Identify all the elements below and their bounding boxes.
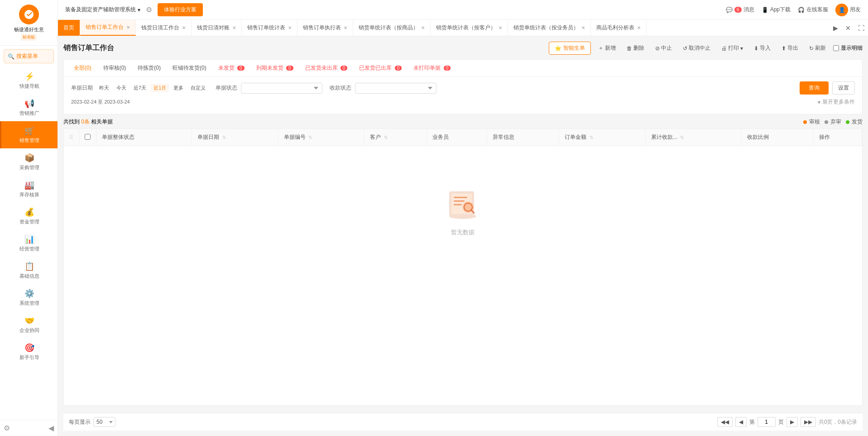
date-more[interactable]: 更多 [171, 84, 186, 92]
tab-goods-stats-customer[interactable]: 销货单统计表（按客户） ✕ [431, 20, 508, 36]
show-detail-checkbox[interactable]: 显示明细 [833, 44, 863, 52]
cancel-review-dot [825, 120, 828, 124]
cancel-review-button[interactable]: 弃审 [825, 118, 841, 126]
settings-button[interactable]: 设置 [832, 81, 855, 95]
stop-button[interactable]: ⊘ 中止 [652, 42, 676, 54]
tab-close-icon[interactable]: ✕ [637, 25, 641, 30]
date-header[interactable]: 单据日期 ⇅ [192, 129, 278, 146]
payment-select[interactable] [355, 83, 436, 94]
tab-sales-stats[interactable]: 销售订单统计表 ✕ [242, 20, 297, 36]
amount-header[interactable]: 订单金额 ⇅ [559, 129, 645, 146]
prev-page-button[interactable]: ◀ [735, 417, 747, 427]
ship-button[interactable]: 发货 [846, 118, 863, 126]
tab-close-icon[interactable]: ✕ [421, 25, 425, 30]
tab-goods-margin[interactable]: 商品毛利分析表 ✕ [591, 20, 647, 36]
query-button[interactable]: 查询 [800, 81, 829, 95]
date-7days[interactable]: 近7天 [131, 84, 149, 92]
status-select[interactable] [241, 83, 322, 94]
filter-tab-pending-review[interactable]: 待审核(0) [98, 62, 132, 74]
filter-tab-shipped-not-out[interactable]: 已发货未出库 0 [300, 62, 353, 74]
app-download-button[interactable]: 📱 App下载 [762, 6, 791, 14]
star-icon: ⭐ [555, 45, 561, 52]
filter-tab-all[interactable]: 全部(0) [68, 62, 97, 74]
print-button[interactable]: 🖨 打印 ▾ [718, 42, 747, 54]
select-all-checkbox[interactable] [85, 134, 91, 140]
number-header[interactable]: 单据编号 ⇅ [278, 129, 364, 146]
sidebar-item-quick-nav[interactable]: ⚡ 快捷导航 [0, 67, 58, 94]
sidebar-item-guide[interactable]: 🎯 新手引导 [0, 338, 58, 365]
tab-close-icon[interactable]: ✕ [126, 25, 130, 30]
sidebar-item-marketing[interactable]: 📢 营销推广 [0, 94, 58, 121]
search-menu-button[interactable]: 🔍 搜索菜单 [4, 49, 54, 63]
add-button[interactable]: ＋ 新增 [595, 42, 619, 54]
filter-tab-shipped-out[interactable]: 已发货已出库 0 [354, 62, 407, 74]
collected-header[interactable]: 累计收款... ⇅ [645, 129, 741, 146]
export-button[interactable]: ⬆ 导出 [778, 42, 802, 54]
delete-icon: 🗑 [627, 45, 632, 52]
result-count: 0条 [81, 118, 90, 125]
first-page-button[interactable]: ◀◀ [717, 417, 733, 427]
filter-tab-pending-check[interactable]: 待拣货(0) [132, 62, 166, 74]
tab-close-icon[interactable]: ✕ [344, 25, 347, 30]
last-page-button[interactable]: ▶▶ [801, 417, 816, 427]
filter-tab-not-printed[interactable]: 未打印单据 0 [408, 62, 456, 74]
tab-sales-exec[interactable]: 销售订单执行表 ✕ [297, 20, 353, 36]
date-custom[interactable]: 自定义 [188, 84, 208, 92]
tab-sales-workbench[interactable]: 销售订单工作台 ✕ [80, 20, 136, 36]
date-today[interactable]: 今天 [114, 84, 129, 92]
settings-footer-button[interactable]: ⚙ [4, 424, 10, 432]
review-button[interactable]: 审核 [803, 118, 820, 126]
expand-conditions-button[interactable]: ▾ 展开更多条件 [818, 98, 855, 106]
cancel-stop-button[interactable]: ↺ 取消中止 [679, 42, 714, 54]
tab-cash-daily[interactable]: 钱货日清工作台 ✕ [136, 20, 192, 36]
delete-button[interactable]: 🗑 删除 [623, 42, 648, 54]
tab-close-icon[interactable]: ✕ [499, 25, 502, 30]
online-service-button[interactable]: 🎧 在线客服 [798, 6, 828, 14]
page-size-select[interactable]: 10 20 50 100 [93, 417, 115, 427]
tab-goods-stats-product[interactable]: 销货单统计表（按商品） ✕ [353, 20, 431, 36]
user-menu-button[interactable]: 👤 用友 [835, 4, 861, 16]
search-actions: 查询 设置 [800, 81, 855, 95]
tab-close-icon[interactable]: ✕ [232, 25, 236, 30]
filter-tab-not-shipped[interactable]: 未发货 0 [213, 62, 250, 74]
system-name-text: 装备及固定资产辅助管理系统 [65, 6, 136, 14]
customer-header[interactable]: 客户 ⇅ [364, 129, 427, 146]
page-label: 第 [749, 418, 755, 426]
top-header: 装备及固定资产辅助管理系统 ▾ ⚙ 体验行业方案 💬 6 消息 📱 App下载 … [58, 0, 868, 20]
tab-home[interactable]: 首页 [58, 20, 80, 36]
industry-solution-button[interactable]: 体验行业方案 [158, 3, 203, 16]
system-name-button[interactable]: 装备及固定资产辅助管理系统 ▾ [65, 6, 140, 14]
sidebar-item-system[interactable]: ⚙️ 系统管理 [0, 284, 58, 311]
tab-close-icon[interactable]: ✕ [182, 25, 186, 30]
next-page-button[interactable]: ▶ [786, 417, 798, 427]
tab-close-icon[interactable]: ✕ [288, 25, 292, 30]
sidebar-item-sales[interactable]: 🛒 销售管理 [0, 121, 58, 148]
salesman-header[interactable]: 业务员 [427, 129, 487, 146]
tab-cash-reconcile[interactable]: 钱货日清对账 ✕ [192, 20, 242, 36]
smart-create-button[interactable]: ⭐ 智能生单 [549, 42, 591, 55]
filter-tab-overdue-ship[interactable]: 到期未发货 0 [251, 62, 299, 74]
tab-close-all-button[interactable]: ✕ [842, 24, 854, 32]
page-number-input[interactable] [758, 417, 776, 427]
import-button[interactable]: ⬇ 导入 [750, 42, 774, 54]
sidebar-item-purchase[interactable]: 📦 采购管理 [0, 148, 58, 175]
date-1month[interactable]: 近1月 [151, 84, 169, 92]
tab-maximize-button[interactable]: ⛶ [854, 24, 868, 32]
horizontal-scrollbar[interactable] [63, 406, 863, 413]
refresh-button[interactable]: ↻ 刷新 [806, 42, 830, 54]
tab-close-icon[interactable]: ✕ [581, 25, 585, 30]
collapse-button[interactable]: ◀ [48, 424, 54, 432]
sidebar-item-base[interactable]: 📋 基础信息 [0, 257, 58, 284]
tab-scroll-right-button[interactable]: ▶ [830, 24, 842, 32]
show-detail-input[interactable] [833, 45, 839, 51]
ship-dot [846, 120, 849, 124]
sidebar-item-finance[interactable]: 💰 资金管理 [0, 203, 58, 230]
date-yesterday[interactable]: 昨天 [96, 84, 112, 92]
filter-tab-wangpu-ship[interactable]: 旺铺待发货(0) [167, 62, 212, 74]
tab-goods-stats-salesman[interactable]: 销货单统计表（按业务员） ✕ [508, 20, 591, 36]
sidebar-item-inventory[interactable]: 🏭 库存核算 [0, 175, 58, 203]
sidebar-item-operations[interactable]: 📊 经营管理 [0, 230, 58, 257]
sidebar-item-enterprise[interactable]: 🤝 企业协同 [0, 311, 58, 338]
message-button[interactable]: 💬 6 消息 [726, 6, 754, 14]
system-settings-button[interactable]: ⚙ [146, 5, 152, 14]
